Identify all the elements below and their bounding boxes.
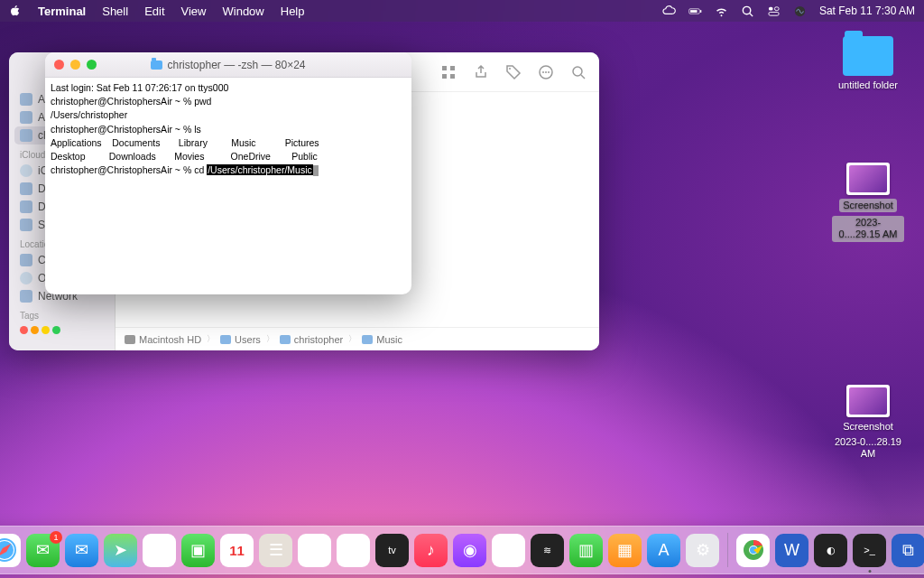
dock-maps[interactable]: ➤ (104, 534, 137, 567)
svg-rect-6 (774, 6, 779, 10)
dock-mail[interactable]: ✉ (65, 534, 98, 567)
svg-point-3 (743, 6, 750, 14)
dock-stocks[interactable]: ≋ (531, 534, 564, 567)
search-icon[interactable] (570, 64, 587, 80)
dock-steam[interactable]: ◐ (814, 534, 847, 567)
dock-chrome[interactable] (736, 534, 770, 567)
svg-rect-7 (769, 12, 779, 15)
dock-tv[interactable]: tv (375, 534, 409, 567)
zoom-button[interactable] (87, 60, 97, 70)
folder-icon (151, 61, 162, 70)
breadcrumb-item[interactable]: Music (362, 334, 402, 345)
menu-help[interactable]: Help (281, 5, 305, 18)
svg-point-15 (542, 71, 544, 73)
siri-icon[interactable] (793, 5, 807, 18)
svg-rect-9 (442, 66, 447, 70)
spotlight-icon[interactable] (741, 5, 754, 18)
desktop-folder-untitled[interactable]: untitled folder (832, 36, 904, 91)
dock-container: ☺⊞✉1✉➤✿▣11☰☰≡tv♪◉N≋▥▦A⚙W◐>_⧉⬇ (0, 526, 924, 574)
screenshot-thumbnail-icon (846, 385, 890, 417)
close-button[interactable] (54, 60, 64, 70)
menubar-clock[interactable]: Sat Feb 11 7:30 AM (819, 5, 915, 17)
folder-icon (220, 335, 231, 344)
dock-word[interactable]: W (775, 534, 808, 567)
tags-icon[interactable] (505, 64, 522, 80)
badge: 1 (50, 531, 62, 544)
dock-podcasts[interactable]: ◉ (453, 534, 486, 567)
dock-messages[interactable]: ✉1 (26, 534, 60, 567)
svg-rect-5 (769, 6, 773, 10)
dock-reminders[interactable]: ☰ (298, 534, 331, 567)
dock-numbers[interactable]: ▥ (569, 534, 603, 567)
terminal-title: christopher — -zsh — 80×24 (151, 59, 305, 71)
menu-edit[interactable]: Edit (144, 5, 164, 18)
terminal-highlighted-text: /Users/christopher/Music (207, 164, 313, 175)
dock-separator (727, 533, 728, 567)
dock-contacts[interactable]: ☰ (259, 534, 292, 567)
chevron-right-icon: 〉 (348, 333, 356, 345)
sidebar-tags[interactable] (9, 322, 115, 338)
desktop-icon-label: Screenshot (843, 421, 893, 433)
breadcrumb-item[interactable]: christopher (280, 334, 343, 345)
svg-rect-11 (442, 74, 447, 79)
desktop-screenshot-1[interactable]: Screenshot 2023-0....29.15 AM (832, 163, 904, 242)
svg-rect-10 (450, 66, 455, 70)
svg-point-13 (509, 68, 511, 70)
svg-point-17 (548, 71, 550, 73)
breadcrumb-item[interactable]: Macintosh HD (125, 334, 201, 345)
apple-logo-icon[interactable] (9, 5, 22, 17)
dock-vscode[interactable]: ⧉ (892, 534, 924, 567)
svg-point-16 (545, 71, 547, 73)
svg-line-4 (750, 13, 753, 15)
wifi-icon[interactable] (715, 5, 728, 18)
control-center-icon[interactable] (767, 5, 781, 18)
dock-safari[interactable] (0, 534, 21, 567)
svg-rect-1 (700, 10, 701, 13)
dock-notes[interactable]: ≡ (337, 534, 370, 567)
onedrive-status-icon[interactable] (662, 5, 676, 18)
dock-appstore[interactable]: A (647, 534, 680, 567)
svg-point-18 (573, 67, 582, 76)
terminal-window[interactable]: christopher — -zsh — 80×24 Last login: S… (45, 52, 411, 294)
svg-rect-2 (690, 10, 698, 13)
dock-keynote[interactable]: ▦ (608, 534, 642, 567)
svg-rect-12 (450, 74, 455, 79)
action-icon[interactable] (538, 64, 554, 80)
view-options-icon[interactable] (440, 64, 457, 80)
menu-window[interactable]: Window (223, 5, 264, 18)
dock-settings[interactable]: ⚙ (686, 534, 719, 567)
window-controls (54, 60, 97, 70)
screenshot-thumbnail-icon (846, 163, 890, 195)
battery-icon[interactable] (688, 5, 702, 18)
menu-shell[interactable]: Shell (102, 5, 128, 18)
desktop-screenshot-2[interactable]: Screenshot 2023-0....28.19 AM (832, 385, 904, 461)
dock-photos[interactable]: ✿ (143, 534, 176, 567)
dock-calendar[interactable]: 11 (220, 534, 254, 567)
disk-icon (125, 335, 135, 344)
desktop-icon-label: 2023-0....29.15 AM (832, 216, 904, 241)
dock-music[interactable]: ♪ (414, 534, 448, 567)
minimize-button[interactable] (70, 60, 80, 70)
dock-facetime[interactable]: ▣ (181, 534, 215, 567)
desktop-icon-label: 2023-0....28.19 AM (832, 436, 904, 460)
folder-icon (280, 335, 291, 344)
dock: ☺⊞✉1✉➤✿▣11☰☰≡tv♪◉N≋▥▦A⚙W◐>_⧉⬇ (0, 526, 924, 574)
terminal-titlebar[interactable]: christopher — -zsh — 80×24 (45, 52, 411, 78)
folder-icon (362, 335, 373, 344)
app-name[interactable]: Terminal (38, 5, 86, 18)
menu-view[interactable]: View (181, 5, 207, 18)
svg-line-19 (581, 75, 585, 79)
chevron-right-icon: 〉 (207, 333, 215, 345)
menu-bar: Terminal Shell Edit View Window Help Sat… (0, 0, 924, 22)
desktop-icon-label: untitled folder (838, 79, 898, 91)
finder-path-bar: Macintosh HD 〉 Users 〉 christopher 〉 Mus… (116, 327, 599, 350)
desktop-icon-label: Screenshot (839, 199, 897, 212)
dock-news[interactable]: N (492, 534, 525, 567)
sidebar-section-tags: Tags (9, 305, 115, 322)
breadcrumb-item[interactable]: Users (220, 334, 261, 345)
share-icon[interactable] (473, 64, 489, 80)
terminal-content[interactable]: Last login: Sat Feb 11 07:26:17 on ttys0… (45, 78, 411, 294)
terminal-cursor (313, 165, 319, 176)
dock-terminal[interactable]: >_ (853, 534, 886, 567)
chevron-right-icon: 〉 (266, 333, 274, 345)
